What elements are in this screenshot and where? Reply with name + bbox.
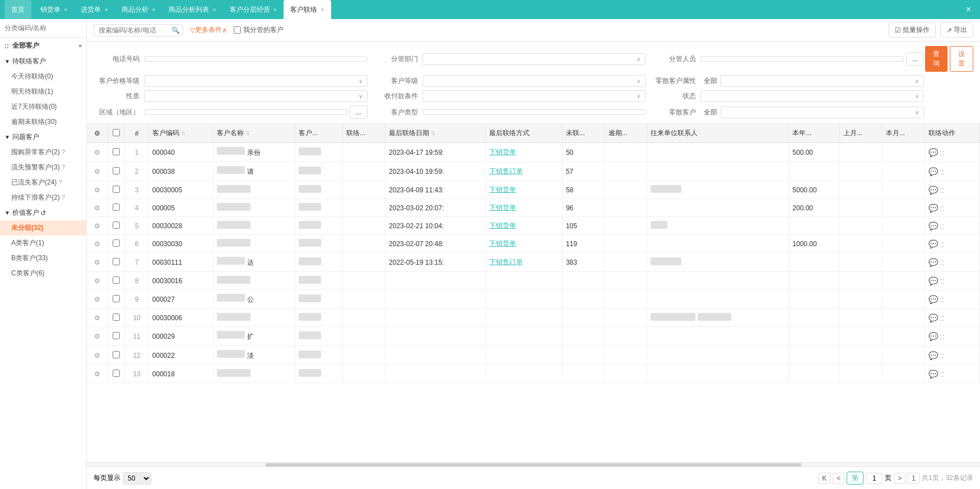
sidebar-item-class-b[interactable]: B类客户(33) bbox=[0, 251, 86, 266]
help-icon[interactable]: ? bbox=[62, 194, 65, 201]
last-month-col-header[interactable]: 上月... bbox=[840, 124, 883, 143]
horizontal-scrollbar[interactable] bbox=[87, 462, 980, 467]
region-ellipsis-btn[interactable]: ... bbox=[350, 105, 368, 119]
tab-product-analysis[interactable]: 商品分析 × bbox=[115, 0, 162, 19]
sidebar-item-churned[interactable]: 已流失客户(24) ? bbox=[0, 175, 86, 190]
grid-action-icon[interactable]: :: bbox=[940, 370, 945, 379]
grid-action-icon[interactable]: :: bbox=[940, 313, 945, 322]
sidebar-item-declining[interactable]: 持续下滑客户(2) ? bbox=[0, 190, 86, 205]
contact-method-link[interactable]: 下销售订单 bbox=[489, 258, 523, 266]
price-level-select[interactable]: ∨ bbox=[144, 75, 368, 87]
grid-action-icon[interactable]: :: bbox=[940, 222, 945, 230]
sidebar-item-class-c[interactable]: C类客户(6) bbox=[0, 266, 86, 281]
chat-icon[interactable]: 💬 bbox=[928, 313, 938, 322]
close-icon[interactable]: × bbox=[104, 6, 108, 13]
row-checkbox[interactable] bbox=[113, 258, 120, 265]
chat-icon[interactable]: 💬 bbox=[928, 332, 938, 341]
close-icon[interactable]: × bbox=[321, 6, 324, 13]
person-ellipsis-btn[interactable]: ... bbox=[906, 52, 924, 66]
sidebar-item-overdue[interactable]: 逾期未联络(30) bbox=[0, 114, 86, 130]
row-settings[interactable]: ⚙ bbox=[87, 143, 108, 162]
help-icon[interactable]: ? bbox=[62, 164, 65, 170]
settings-col-header[interactable]: ⚙ bbox=[87, 124, 108, 143]
region-input[interactable] bbox=[144, 109, 347, 115]
tab-purchase[interactable]: 进货单 × bbox=[74, 0, 114, 19]
row-checkbox[interactable] bbox=[113, 148, 120, 155]
phone-input[interactable] bbox=[144, 56, 368, 62]
first-page-btn[interactable]: K bbox=[818, 473, 830, 484]
row-checkbox[interactable] bbox=[113, 222, 120, 229]
contact-method-link[interactable]: 下销货单 bbox=[489, 148, 516, 156]
row-settings[interactable]: ⚙ bbox=[87, 181, 108, 199]
customer-type-input[interactable] bbox=[422, 109, 646, 115]
type-col-header[interactable]: 客户... bbox=[295, 124, 342, 143]
tab-home[interactable]: 首页 bbox=[4, 0, 31, 19]
retail-customer-select[interactable]: ∨ bbox=[721, 107, 924, 118]
sidebar-item-class-a[interactable]: A类客户(1) bbox=[0, 236, 86, 251]
more-conditions-btn[interactable]: ▽ 更多条件 ∧ bbox=[190, 25, 227, 35]
window-close-icon[interactable]: × bbox=[962, 4, 976, 15]
chat-icon[interactable]: 💬 bbox=[928, 186, 938, 195]
unit-contact-col-header[interactable]: 往来单位联系人 bbox=[647, 124, 789, 143]
overdue-col-header[interactable]: 逾期... bbox=[605, 124, 647, 143]
sidebar-item-7days[interactable]: 近7天待联络(0) bbox=[0, 99, 86, 114]
chat-icon[interactable]: 💬 bbox=[928, 239, 938, 248]
row-settings[interactable]: ⚙ bbox=[87, 327, 108, 346]
row-checkbox[interactable] bbox=[113, 276, 120, 284]
reset-button[interactable]: 设置 bbox=[950, 46, 973, 72]
my-customers-filter[interactable]: 我分管的客户 bbox=[234, 25, 284, 35]
close-icon[interactable]: × bbox=[152, 6, 155, 13]
sidebar-group-value[interactable]: ▼ 价值客户 ↺ bbox=[0, 205, 86, 220]
contact-method-link[interactable]: 下销货单 bbox=[489, 222, 516, 229]
tab-customer-contact[interactable]: 客户联络 × bbox=[284, 0, 331, 19]
chat-icon[interactable]: 💬 bbox=[928, 258, 938, 267]
row-checkbox[interactable] bbox=[113, 167, 120, 174]
batch-operation-btn[interactable]: ☑ 批量操作 bbox=[889, 22, 936, 38]
row-checkbox[interactable] bbox=[113, 370, 120, 377]
dept-select[interactable]: ∨ bbox=[422, 53, 646, 65]
search-icon[interactable]: 🔍 bbox=[171, 26, 180, 34]
contact-col-header[interactable]: 联络... bbox=[343, 124, 386, 143]
sidebar-item-abnormal[interactable]: 囤购异常客户(2) ? bbox=[0, 145, 86, 160]
tab-product-list[interactable]: 商品分析列表 × bbox=[162, 0, 222, 19]
contact-method-link[interactable]: 下销售订单 bbox=[489, 167, 523, 175]
row-settings[interactable]: ⚙ bbox=[87, 365, 108, 383]
grid-action-icon[interactable]: :: bbox=[940, 332, 945, 341]
row-checkbox[interactable] bbox=[113, 313, 120, 321]
sidebar-group-problem[interactable]: ▼ 问题客户 bbox=[0, 130, 86, 145]
row-checkbox[interactable] bbox=[113, 295, 120, 302]
chat-icon[interactable]: 💬 bbox=[928, 276, 938, 285]
grid-action-icon[interactable]: :: bbox=[940, 276, 945, 285]
collapse-icon[interactable]: « bbox=[78, 43, 82, 49]
grid-action-icon[interactable]: :: bbox=[940, 204, 945, 213]
last-contact-method-col-header[interactable]: 最后联络方式 bbox=[486, 124, 563, 143]
status-select[interactable]: ∨ bbox=[700, 90, 924, 102]
grid-action-icon[interactable]: :: bbox=[940, 167, 945, 176]
row-settings[interactable]: ⚙ bbox=[87, 309, 108, 327]
help-icon[interactable]: ? bbox=[62, 149, 65, 155]
last-page-btn[interactable]: 1 bbox=[908, 473, 919, 484]
customer-level-select[interactable]: ∨ bbox=[422, 75, 646, 87]
row-settings[interactable]: ⚙ bbox=[87, 346, 108, 365]
row-checkbox[interactable] bbox=[113, 204, 120, 211]
tab-sales[interactable]: 销货单 × bbox=[34, 0, 74, 19]
chat-icon[interactable]: 💬 bbox=[928, 370, 938, 379]
contact-method-link[interactable]: 下销货单 bbox=[489, 204, 516, 211]
next-page-btn[interactable]: > bbox=[894, 473, 905, 484]
row-checkbox[interactable] bbox=[113, 332, 120, 339]
payment-select[interactable]: ∨ bbox=[422, 90, 646, 102]
help-icon[interactable]: ? bbox=[59, 179, 62, 186]
chat-icon[interactable]: 💬 bbox=[928, 148, 938, 157]
last-contact-date-col-header[interactable]: 最后联络日期 bbox=[386, 124, 486, 143]
retail-attr-select[interactable]: ∨ bbox=[721, 75, 924, 87]
chat-icon[interactable]: 💬 bbox=[928, 204, 938, 213]
contact-method-link[interactable]: 下销货单 bbox=[489, 186, 516, 193]
contact-method-link[interactable]: 下销货单 bbox=[489, 239, 516, 247]
sidebar-group-pending[interactable]: ▼ 待联络客户 bbox=[0, 54, 86, 69]
query-button[interactable]: 查询 bbox=[925, 46, 948, 72]
close-icon[interactable]: × bbox=[212, 6, 216, 13]
chat-icon[interactable]: 💬 bbox=[928, 351, 938, 360]
refresh-icon[interactable]: ↺ bbox=[40, 209, 46, 217]
grid-action-icon[interactable]: :: bbox=[940, 258, 945, 267]
row-settings[interactable]: ⚙ bbox=[87, 199, 108, 217]
